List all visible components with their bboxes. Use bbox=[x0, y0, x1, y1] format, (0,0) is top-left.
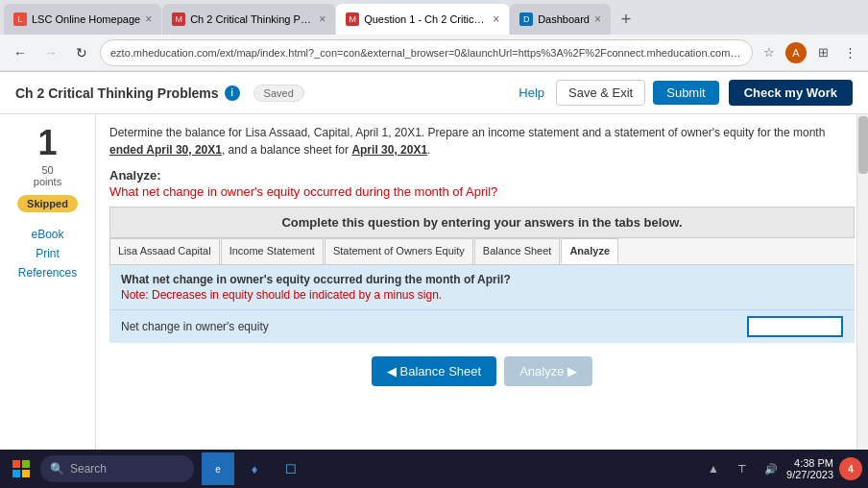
tab-ch2-1[interactable]: M Ch 2 Critical Thinking Problems... × bbox=[162, 4, 335, 35]
tab-label-ch2-1: Ch 2 Critical Thinking Problems... bbox=[190, 13, 314, 25]
balance-sheet-chevron-left: ◀ bbox=[387, 364, 397, 378]
content-inner: Determine the balance for Lisa Assaad, C… bbox=[96, 114, 868, 396]
bookmark-icon[interactable]: ☆ bbox=[759, 42, 780, 63]
saved-badge: Saved bbox=[253, 85, 304, 102]
back-button[interactable]: ← bbox=[8, 40, 33, 65]
tab-owners-label: Statement of Owners Equity bbox=[333, 245, 465, 256]
tabs-container: Lisa Assaad Capital Income Statement Sta… bbox=[109, 238, 855, 265]
svg-rect-2 bbox=[12, 470, 20, 477]
taskbar-search-icon: 🔍 bbox=[50, 462, 64, 476]
svg-rect-1 bbox=[22, 460, 30, 468]
app-title-text: Ch 2 Critical Thinking Problems bbox=[15, 85, 219, 101]
content-wrapper: Determine the balance for Lisa Assaad, C… bbox=[96, 114, 868, 454]
question-box-text: What net change in owner's equity occurr… bbox=[121, 273, 843, 286]
taskbar-system-icons: ▲ ⊤ 🔊 4:38 PM 9/27/2023 4 bbox=[700, 455, 862, 482]
tab-favicon-q1: M bbox=[346, 12, 359, 26]
taskbar-app-2[interactable]: ♦ bbox=[238, 452, 271, 485]
reload-button[interactable]: ↻ bbox=[69, 40, 94, 65]
taskbar-icon-1[interactable]: ▲ bbox=[700, 455, 727, 482]
browser-chrome: L LSC Online Homepage × M Ch 2 Critical … bbox=[0, 0, 868, 72]
tab-close-dashboard[interactable]: × bbox=[594, 12, 601, 26]
tab-favicon-lsc: L bbox=[13, 12, 27, 26]
profile-icon[interactable]: A bbox=[785, 42, 807, 63]
analyze-section: Analyze: What net change in owner's equi… bbox=[109, 168, 855, 199]
submit-button[interactable]: Submit bbox=[653, 81, 718, 105]
tab-label-q1: Question 1 - Ch 2 Critical Think... bbox=[364, 13, 488, 25]
tab-analyze-label: Analyze bbox=[569, 245, 610, 256]
svg-rect-3 bbox=[22, 470, 30, 477]
extensions-icon[interactable]: ⊞ bbox=[812, 42, 833, 63]
tab-bar: L LSC Online Homepage × M Ch 2 Critical … bbox=[0, 0, 868, 35]
analyze-nav-label: Analyze bbox=[519, 364, 564, 378]
question-text: Determine the balance for Lisa Assaad, C… bbox=[109, 124, 855, 159]
answer-row: Net change in owner's equity bbox=[109, 310, 855, 343]
tab-dashboard[interactable]: D Dashboard × bbox=[510, 4, 611, 35]
tab-q1[interactable]: M Question 1 - Ch 2 Critical Think... × bbox=[336, 4, 509, 35]
analyze-label: Analyze: bbox=[109, 168, 855, 183]
points-suffix: points bbox=[34, 176, 61, 187]
new-tab-button[interactable]: + bbox=[612, 4, 640, 35]
taskbar-app-icon-1: e bbox=[215, 464, 221, 475]
taskbar-clock: 4:38 PM 9/27/2023 bbox=[786, 457, 833, 480]
skipped-badge: Skipped bbox=[17, 195, 78, 212]
balance-sheet-nav-label: Balance Sheet bbox=[400, 364, 482, 378]
tab-income-label: Income Statement bbox=[229, 245, 315, 256]
print-link[interactable]: Print bbox=[36, 247, 60, 260]
points-value: 50 bbox=[41, 164, 53, 176]
taskbar-app-1[interactable]: e bbox=[202, 452, 234, 485]
references-link[interactable]: References bbox=[18, 266, 77, 280]
tab-income-statement[interactable]: Income Statement bbox=[221, 238, 324, 264]
app-title: Ch 2 Critical Thinking Problems i bbox=[15, 85, 240, 101]
browser-controls: ← → ↻ ezto.mheducation.com/ext/map/index… bbox=[0, 35, 868, 71]
nav-buttons: ◀ Balance Sheet Analyze ▶ bbox=[109, 356, 855, 386]
note-text: Note: Decreases in equity should be indi… bbox=[121, 288, 843, 302]
ebook-link[interactable]: eBook bbox=[31, 228, 63, 241]
tab-lisa-assaad[interactable]: Lisa Assaad Capital bbox=[109, 238, 220, 264]
browser-icons: ☆ A ⊞ ⋮ bbox=[759, 42, 860, 63]
check-my-work-button[interactable]: Check my Work bbox=[729, 80, 853, 106]
tab-lsc[interactable]: L LSC Online Homepage × bbox=[4, 4, 161, 35]
main-layout: 1 50 points Skipped eBook Print Referenc… bbox=[0, 114, 868, 454]
taskbar-notification-badge[interactable]: 4 bbox=[839, 457, 862, 480]
tab-owners-equity[interactable]: Statement of Owners Equity bbox=[325, 238, 473, 264]
taskbar-date: 9/27/2023 bbox=[786, 469, 833, 480]
tab-label-lsc: LSC Online Homepage bbox=[32, 13, 140, 25]
answer-input[interactable] bbox=[747, 316, 843, 337]
taskbar-app-3[interactable]: ☐ bbox=[275, 452, 307, 485]
scroll-thumb[interactable] bbox=[858, 116, 868, 174]
app-header: Ch 2 Critical Thinking Problems i Saved … bbox=[0, 72, 868, 114]
analyze-nav-button[interactable]: Analyze ▶ bbox=[504, 356, 592, 386]
start-button[interactable] bbox=[6, 453, 36, 484]
forward-button[interactable]: → bbox=[38, 40, 63, 65]
info-icon[interactable]: i bbox=[225, 85, 240, 101]
tab-close-lsc[interactable]: × bbox=[145, 12, 152, 26]
taskbar-volume-icon[interactable]: 🔊 bbox=[758, 455, 784, 482]
address-bar[interactable]: ezto.mheducation.com/ext/map/index.html?… bbox=[100, 39, 753, 66]
taskbar: 🔍 Search e ♦ ☐ ▲ ⊤ 🔊 4:38 PM 9/27/2023 4 bbox=[0, 450, 868, 488]
save-exit-button[interactable]: Save & Exit bbox=[556, 80, 645, 106]
tab-balance-sheet[interactable]: Balance Sheet bbox=[474, 238, 561, 264]
taskbar-search-box[interactable]: 🔍 Search bbox=[40, 455, 194, 482]
taskbar-search-text: Search bbox=[70, 462, 107, 476]
complete-banner: Complete this question by entering your … bbox=[109, 207, 855, 238]
tab-lisa-label: Lisa Assaad Capital bbox=[118, 245, 211, 256]
date-highlight-1: ended April 30, 20X1 bbox=[109, 143, 222, 157]
analyze-chevron-right: ▶ bbox=[567, 364, 577, 378]
address-text: ezto.mheducation.com/ext/map/index.html?… bbox=[110, 47, 742, 59]
scroll-bar[interactable] bbox=[856, 114, 868, 454]
tab-favicon-dashboard: D bbox=[519, 12, 533, 26]
help-button[interactable]: Help bbox=[507, 82, 556, 104]
taskbar-network-icon[interactable]: ⊤ bbox=[729, 455, 756, 482]
question-box: What net change in owner's equity occurr… bbox=[109, 265, 855, 310]
taskbar-app-icon-3: ☐ bbox=[285, 462, 297, 476]
tab-favicon-ch2-1: M bbox=[172, 12, 185, 26]
analyze-question: What net change in owner's equity occurr… bbox=[109, 184, 855, 199]
tab-close-q1[interactable]: × bbox=[493, 12, 499, 26]
svg-rect-0 bbox=[12, 460, 20, 468]
tab-close-ch2-1[interactable]: × bbox=[319, 12, 326, 26]
balance-sheet-nav-button[interactable]: ◀ Balance Sheet bbox=[372, 356, 497, 386]
tab-label-dashboard: Dashboard bbox=[538, 13, 590, 25]
menu-icon[interactable]: ⋮ bbox=[839, 42, 860, 63]
tab-analyze[interactable]: Analyze bbox=[561, 238, 618, 264]
sidebar-links: eBook Print References bbox=[18, 228, 77, 280]
